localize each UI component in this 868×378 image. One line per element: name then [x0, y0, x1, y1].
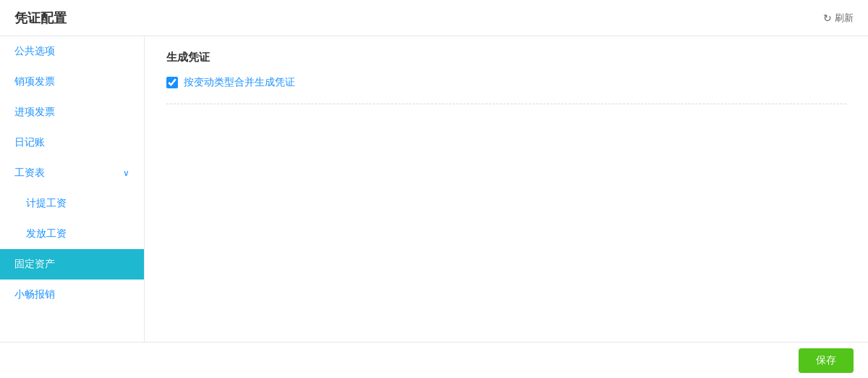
checkbox-row: 按变动类型合并生成凭证: [166, 76, 846, 89]
sidebar-item-label: 发放工资: [26, 227, 67, 239]
sidebar-item-release-payroll[interactable]: 发放工资: [0, 219, 144, 249]
main-container: 公共选项 销项发票 进项发票 日记账 工资表 ∨ 计提工资 发放工资 固定资产 …: [0, 36, 868, 342]
sidebar-item-fixed-assets[interactable]: 固定资产: [0, 249, 144, 280]
sidebar-item-payroll[interactable]: 工资表 ∨: [0, 158, 144, 188]
refresh-label: 刷新: [835, 12, 854, 25]
sidebar-item-label: 公共选项: [14, 45, 55, 58]
page-footer: 保存: [0, 342, 868, 378]
sidebar-item-label: 销项发票: [14, 75, 55, 88]
sidebar-item-purchase-invoice[interactable]: 进项发票: [0, 97, 144, 127]
sidebar-item-sales-invoice[interactable]: 销项发票: [0, 67, 144, 97]
sidebar-item-label: 计提工资: [26, 197, 67, 209]
merge-by-type-label[interactable]: 按变动类型合并生成凭证: [184, 76, 295, 89]
sidebar-item-label: 小畅报销: [14, 288, 55, 301]
sidebar-item-accrued-payroll[interactable]: 计提工资: [0, 188, 144, 219]
section-divider: [166, 104, 846, 104]
sidebar-item-label: 工资表: [14, 167, 45, 180]
content-area: 生成凭证 按变动类型合并生成凭证: [145, 36, 868, 342]
sidebar-item-label: 固定资产: [14, 258, 55, 271]
sidebar-item-journal[interactable]: 日记账: [0, 127, 144, 158]
page-header: 凭证配置 ↻ 刷新: [0, 0, 868, 36]
sidebar-item-petty-expenses[interactable]: 小畅报销: [0, 280, 144, 310]
sidebar: 公共选项 销项发票 进项发票 日记账 工资表 ∨ 计提工资 发放工资 固定资产 …: [0, 36, 145, 342]
merge-by-type-checkbox[interactable]: [166, 77, 178, 88]
sidebar-item-public-options[interactable]: 公共选项: [0, 36, 144, 67]
section-title: 生成凭证: [166, 51, 846, 64]
sidebar-item-label: 日记账: [14, 136, 45, 149]
refresh-button[interactable]: ↻ 刷新: [823, 12, 854, 25]
save-button[interactable]: 保存: [799, 348, 854, 373]
refresh-icon: ↻: [823, 12, 832, 24]
chevron-down-icon: ∨: [123, 168, 129, 178]
page-title: 凭证配置: [14, 9, 67, 27]
sidebar-item-label: 进项发票: [14, 106, 55, 119]
